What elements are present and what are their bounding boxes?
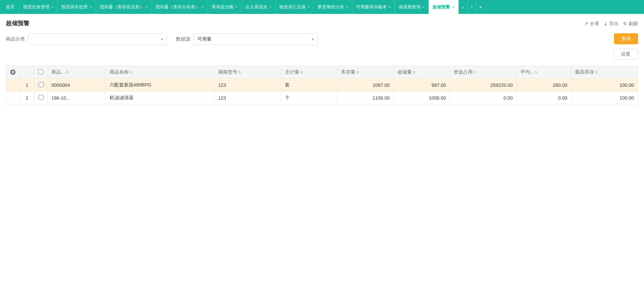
nav-tab-overstock[interactable]: 超储预警 × bbox=[429, 0, 458, 14]
table-row: 1 0000004 六配套新昌490BPG 123 套 1097.00 997.… bbox=[6, 79, 638, 92]
row-goods-code: 0000004 bbox=[48, 79, 106, 92]
close-icon[interactable]: × bbox=[422, 5, 425, 9]
close-icon[interactable]: × bbox=[389, 5, 391, 9]
share-icon: ↗ bbox=[584, 21, 588, 26]
sort-icon: ⇅ bbox=[535, 70, 538, 74]
row-capital: 0.00 bbox=[450, 92, 517, 104]
close-icon[interactable]: × bbox=[235, 5, 238, 9]
nav-home[interactable]: 首页 bbox=[1, 0, 19, 14]
col-goods-code-header[interactable]: 商品...⇅ bbox=[48, 66, 106, 79]
row-unit: 个 bbox=[281, 92, 337, 104]
sort-icon: ⇅ bbox=[413, 70, 416, 74]
data-table: 商品...⇅ 商品名称⇅ 规格型号⇅ 主计量⇅ 库存量⇅ 超储量⇅ bbox=[6, 66, 638, 104]
close-icon[interactable]: × bbox=[269, 5, 271, 9]
close-icon[interactable]: × bbox=[346, 5, 348, 9]
row-index: 2 bbox=[20, 92, 34, 104]
nav-tab-expiry[interactable]: 保质期查询 × bbox=[395, 0, 429, 14]
category-label: 商品分类 bbox=[6, 36, 25, 42]
close-icon[interactable]: × bbox=[89, 5, 92, 9]
query-button[interactable]: 查询 bbox=[614, 33, 638, 44]
main-content: 超储预警 ↗ 分享 ⤓ 导出 ↻ 刷新 商品分类 ▾ bbox=[0, 14, 644, 293]
col-overstock-header[interactable]: 超储量⇅ bbox=[394, 66, 450, 79]
row-capital: 259220.00 bbox=[450, 79, 517, 92]
row-checkbox-cell[interactable] bbox=[34, 92, 48, 104]
chevron-down-icon: ▾ bbox=[312, 37, 314, 42]
category-filter-group: 商品分类 ▾ bbox=[6, 33, 167, 45]
col-gear-header[interactable] bbox=[6, 66, 20, 79]
col-checkbox-header[interactable] bbox=[34, 66, 48, 79]
col-index-header bbox=[20, 66, 34, 79]
header-actions: ↗ 分享 ⤓ 导出 ↻ 刷新 bbox=[584, 21, 638, 27]
row-avg: 260.00 bbox=[517, 79, 571, 92]
settings-button[interactable]: 设置 bbox=[613, 49, 638, 60]
col-max-stock-header[interactable]: 最高库存⇅ bbox=[571, 66, 638, 79]
row-goods-code: 186-10... bbox=[48, 92, 106, 104]
row-index: 1 bbox=[20, 79, 34, 92]
nav-tab-collect-summary[interactable]: 收发存汇总表 × bbox=[276, 0, 314, 14]
refresh-button[interactable]: ↻ 刷新 bbox=[623, 21, 638, 27]
sort-icon: ⇅ bbox=[66, 70, 69, 74]
nav-tab-avail-ledger[interactable]: 可用量库存账本 × bbox=[352, 0, 395, 14]
gear-icon bbox=[10, 69, 16, 75]
close-icon[interactable]: × bbox=[308, 5, 310, 9]
sort-icon: ⇅ bbox=[473, 70, 476, 74]
nav-close-all[interactable]: × bbox=[476, 0, 485, 14]
sort-icon: ⇅ bbox=[356, 70, 359, 74]
row-goods-name: 机油滤清器 bbox=[106, 92, 214, 104]
close-icon[interactable]: × bbox=[452, 5, 454, 9]
col-avg-header[interactable]: 平均...⇅ bbox=[517, 66, 571, 79]
export-button[interactable]: ⤓ 导出 bbox=[604, 21, 619, 27]
nav-tab-pickexception[interactable]: 拣货异常处理 × bbox=[58, 0, 96, 14]
row-checkbox[interactable] bbox=[39, 95, 44, 100]
col-goods-name-header[interactable]: 商品名称⇅ bbox=[106, 66, 214, 79]
row-max-stock: 100.00 bbox=[571, 92, 638, 104]
share-button[interactable]: ↗ 分享 bbox=[584, 21, 599, 27]
table-header-row: 商品...⇅ 商品名称⇅ 规格型号⇅ 主计量⇅ 库存量⇅ 超储量⇅ bbox=[6, 66, 638, 79]
col-unit-header[interactable]: 主计量⇅ bbox=[281, 66, 337, 79]
nav-next-arrow[interactable]: › bbox=[467, 0, 476, 14]
chevron-down-icon: ▾ bbox=[161, 37, 163, 42]
col-spec-header[interactable]: 规格型号⇅ bbox=[214, 66, 281, 79]
top-navigation: 首页 拣货任务管理 × 拣货异常处理 × 现存量（库存状况表） × 现存量（库存… bbox=[0, 0, 644, 14]
refresh-icon: ↻ bbox=[623, 21, 627, 26]
row-gear-cell bbox=[6, 79, 20, 92]
nav-tab-inout-flow[interactable]: 出入库流水 × bbox=[242, 0, 275, 14]
col-capital-header[interactable]: 资金占用⇅ bbox=[450, 66, 517, 79]
sort-icon: ⇅ bbox=[238, 70, 241, 74]
row-gear-cell bbox=[6, 92, 20, 104]
table-row: 2 186-10... 机油滤清器 123 个 1106.00 1006.00 … bbox=[6, 92, 638, 104]
row-avg: 0.00 bbox=[517, 92, 571, 104]
row-spec: 123 bbox=[214, 92, 281, 104]
nav-tab-inventory-status[interactable]: 现存量（库存状况表） × bbox=[96, 0, 152, 14]
nav-tab-demand-stat[interactable]: 要货单统计表 × bbox=[314, 0, 352, 14]
close-icon[interactable]: × bbox=[201, 5, 204, 9]
row-goods-name: 六配套新昌490BPG bbox=[106, 79, 214, 92]
datasource-select[interactable]: 可用量 ▾ bbox=[193, 33, 318, 45]
page-title: 超储预警 bbox=[6, 20, 29, 27]
close-icon[interactable]: × bbox=[51, 5, 54, 9]
nav-prev-arrow[interactable]: ‹ bbox=[458, 0, 467, 14]
category-select[interactable]: ▾ bbox=[28, 33, 167, 45]
export-icon: ⤓ bbox=[604, 21, 608, 26]
nav-tab-inventory-dist[interactable]: 现存量（库存分布表） × bbox=[152, 0, 208, 14]
datasource-filter-group: 数据源 可用量 ▾ bbox=[176, 33, 318, 45]
row-stock: 1097.00 bbox=[337, 79, 394, 92]
col-stock-header[interactable]: 库存量⇅ bbox=[337, 66, 394, 79]
row-overstock: 1006.00 bbox=[394, 92, 450, 104]
sort-icon: ⇅ bbox=[129, 70, 132, 74]
row-max-stock: 100.00 bbox=[571, 79, 638, 92]
datasource-label: 数据源 bbox=[176, 36, 190, 42]
datasource-value: 可用量 bbox=[197, 36, 212, 42]
select-all-checkbox[interactable] bbox=[38, 69, 43, 74]
row-spec: 123 bbox=[214, 79, 281, 92]
row-overstock: 997.00 bbox=[394, 79, 450, 92]
sort-icon: ⇅ bbox=[300, 70, 303, 74]
sort-icon: ⇅ bbox=[595, 70, 598, 74]
nav-tab-pickmanage[interactable]: 拣货任务管理 × bbox=[19, 0, 58, 14]
row-checkbox-cell[interactable] bbox=[34, 79, 48, 92]
row-stock: 1106.00 bbox=[337, 92, 394, 104]
page-header: 超储预警 ↗ 分享 ⤓ 导出 ↻ 刷新 bbox=[6, 20, 638, 27]
row-checkbox[interactable] bbox=[39, 82, 44, 87]
close-icon[interactable]: × bbox=[146, 5, 148, 9]
nav-tab-batch[interactable]: 库存批次账 × bbox=[208, 0, 242, 14]
